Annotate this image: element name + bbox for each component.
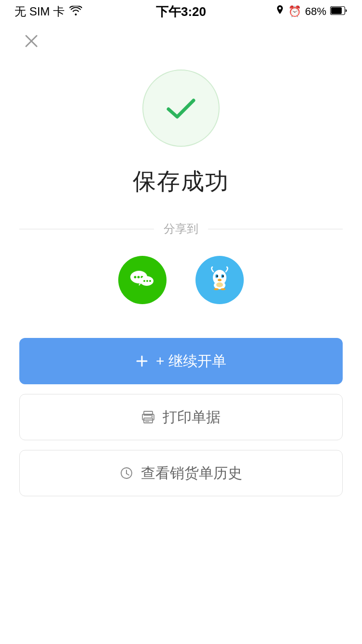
main-content: 保存成功 分享到 [0, 21, 362, 496]
buttons-section: + 继续开单 打印单据 [0, 338, 362, 496]
svg-point-22 [214, 288, 219, 290]
print-button[interactable]: 打印单据 [19, 394, 343, 440]
wechat-share-button[interactable] [118, 256, 167, 304]
svg-point-8 [138, 276, 140, 279]
svg-point-13 [149, 280, 151, 282]
no-sim-text: 无 SIM 卡 [14, 4, 65, 19]
svg-rect-1 [331, 7, 342, 14]
svg-point-11 [143, 280, 145, 282]
status-time: 下午3:20 [156, 3, 206, 20]
print-label: 打印单据 [163, 407, 221, 427]
svg-point-12 [146, 280, 148, 282]
history-button[interactable]: 查看销货单历史 [19, 450, 343, 496]
success-title: 保存成功 [133, 166, 229, 197]
success-circle [142, 70, 220, 147]
battery-text: 68% [305, 5, 326, 18]
svg-point-21 [216, 282, 223, 287]
status-right: ⏰ 68% [276, 5, 348, 18]
share-divider: 分享到 [19, 221, 343, 237]
svg-rect-27 [144, 418, 153, 423]
svg-point-31 [152, 416, 153, 418]
svg-point-23 [221, 288, 225, 290]
svg-point-18 [222, 275, 224, 277]
svg-point-19 [218, 279, 222, 281]
svg-line-34 [126, 474, 129, 475]
continue-button[interactable]: + 继续开单 [19, 338, 343, 384]
share-icons [19, 256, 343, 304]
location-icon [276, 5, 284, 18]
alarm-icon: ⏰ [288, 5, 301, 18]
history-label: 查看销货单历史 [141, 463, 242, 483]
share-section: 分享到 [0, 221, 362, 338]
qq-share-button[interactable] [195, 256, 244, 304]
status-left: 无 SIM 卡 [14, 4, 82, 19]
svg-point-17 [216, 275, 218, 277]
svg-point-7 [134, 276, 137, 279]
close-button[interactable] [19, 29, 43, 53]
status-bar: 无 SIM 卡 下午3:20 ⏰ 68% [0, 0, 362, 21]
printer-icon [141, 410, 155, 424]
divider-line-left [19, 229, 154, 229]
continue-label: + 继续开单 [156, 351, 226, 371]
share-label: 分享到 [164, 221, 198, 237]
divider-line-right [208, 229, 343, 229]
plus-icon [136, 355, 148, 367]
wifi-icon [70, 5, 82, 18]
clock-icon [120, 466, 133, 480]
battery-icon [330, 5, 348, 18]
